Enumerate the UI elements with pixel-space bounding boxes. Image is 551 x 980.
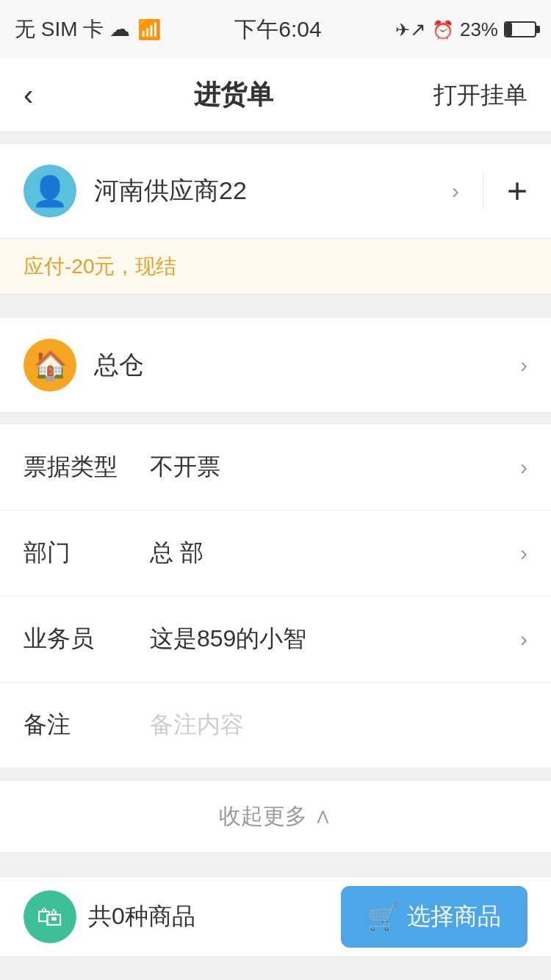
location-icon: ↗ xyxy=(395,18,426,41)
remark-label: 备注 xyxy=(24,709,126,741)
salesperson-chevron-icon: › xyxy=(520,627,527,652)
section-divider-3 xyxy=(0,853,551,865)
warehouse-row[interactable]: 🏠 总仓 › xyxy=(0,318,551,413)
notice-text: 应付-20元，现结 xyxy=(24,255,176,278)
salesperson-label: 业务员 xyxy=(24,623,126,655)
warehouse-chevron-icon: › xyxy=(520,353,527,378)
bottom-content-area xyxy=(0,956,551,980)
form-section: 票据类型 不开票 › 部门 总 部 › 业务员 这是859的小智 › 备注 备注… xyxy=(0,425,551,768)
notice-banner: 应付-20元，现结 xyxy=(0,239,551,295)
supplier-chevron-icon: › xyxy=(452,179,459,203)
warehouse-icon-wrap: 🏠 xyxy=(24,339,76,392)
wifi-icon xyxy=(137,18,161,41)
select-product-icon: 🛒 xyxy=(367,902,398,932)
department-row[interactable]: 部门 总 部 › xyxy=(0,511,551,597)
status-bar: 无 SIM 卡 ☁ 下午6:04 ↗ 23% xyxy=(0,0,551,59)
remark-row[interactable]: 备注 备注内容 xyxy=(0,682,551,768)
battery-percent: 23% xyxy=(460,18,498,41)
add-supplier-button[interactable]: + xyxy=(483,173,527,209)
product-count-wrap: 🛍 共0种商品 xyxy=(24,890,195,943)
section-divider-2 xyxy=(0,295,551,306)
salesperson-value: 这是859的小智 xyxy=(150,623,520,655)
supplier-avatar: 👤 xyxy=(24,165,76,217)
sim-status: 无 SIM 卡 ☁ xyxy=(15,15,130,43)
salesperson-row[interactable]: 业务员 这是859的小智 › xyxy=(0,597,551,682)
alarm-icon xyxy=(432,18,454,41)
warehouse-name: 总仓 xyxy=(94,348,520,382)
open-pending-button[interactable]: 打开挂单 xyxy=(433,79,527,112)
avatar-icon: 👤 xyxy=(32,174,68,209)
collapse-row[interactable]: 收起更多 ∧ xyxy=(0,780,551,853)
page-title: 进货单 xyxy=(194,77,273,113)
department-label: 部门 xyxy=(24,537,126,569)
invoice-type-row[interactable]: 票据类型 不开票 › xyxy=(0,425,551,511)
bottom-bar: 🛍 共0种商品 🛒 选择商品 xyxy=(0,876,551,956)
select-product-button[interactable]: 🛒 选择商品 xyxy=(341,886,527,948)
warehouse-icon: 🏠 xyxy=(33,349,68,381)
status-left: 无 SIM 卡 ☁ xyxy=(15,15,161,43)
product-icon-wrap: 🛍 xyxy=(24,890,76,943)
battery-icon xyxy=(504,21,536,37)
section-divider-1 xyxy=(0,132,551,144)
remark-input[interactable]: 备注内容 xyxy=(150,709,527,741)
supplier-name: 河南供应商22 xyxy=(94,174,452,208)
supplier-row[interactable]: 👤 河南供应商22 › + xyxy=(0,144,551,239)
invoice-type-label: 票据类型 xyxy=(24,451,126,483)
collapse-label: 收起更多 ∧ xyxy=(219,801,331,832)
back-button[interactable]: ‹ xyxy=(24,79,33,112)
product-count-text: 共0种商品 xyxy=(88,901,195,933)
invoice-type-chevron-icon: › xyxy=(520,455,527,480)
invoice-type-value: 不开票 xyxy=(150,451,520,483)
status-right: ↗ 23% xyxy=(395,18,536,41)
product-icon: 🛍 xyxy=(37,901,63,932)
status-time: 下午6:04 xyxy=(234,15,321,45)
nav-bar: ‹ 进货单 打开挂单 xyxy=(0,59,551,132)
department-chevron-icon: › xyxy=(520,541,527,566)
department-value: 总 部 xyxy=(150,537,520,569)
select-product-label: 选择商品 xyxy=(407,901,501,933)
